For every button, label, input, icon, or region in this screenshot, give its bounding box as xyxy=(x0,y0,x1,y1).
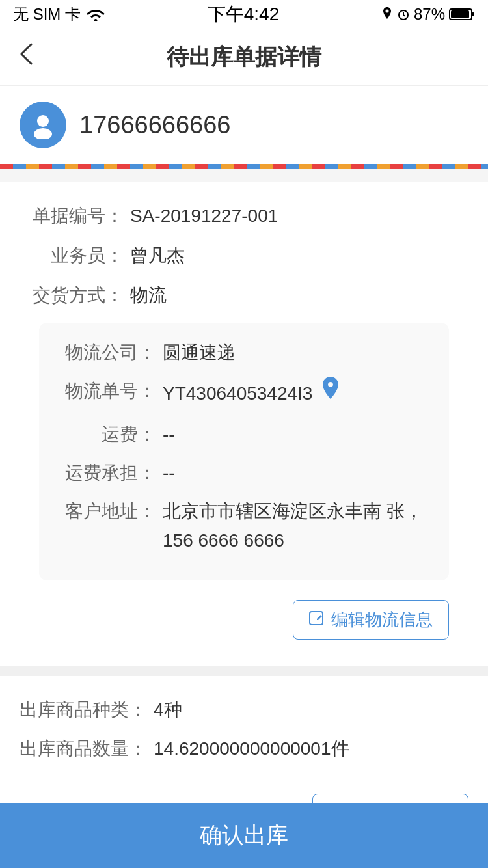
logistics-freight-row: 运费： -- xyxy=(52,420,436,450)
logistics-company-value: 圆通速递 xyxy=(163,338,436,368)
delivery-method-value: 物流 xyxy=(130,281,468,310)
status-bar-right: 87% xyxy=(381,5,475,23)
customer-section: 17666666666 xyxy=(0,86,488,164)
svg-point-6 xyxy=(37,115,49,127)
logistics-tracking-value: YT43064053424I3 xyxy=(163,377,436,411)
logistics-freight-bear-value: -- xyxy=(163,459,436,488)
svg-rect-5 xyxy=(451,10,469,18)
product-quantity-row: 出库商品数量： 14.620000000000001件 xyxy=(20,735,468,764)
status-time: 下午4:42 xyxy=(208,2,280,27)
logistics-freight-bear-row: 运费承担： -- xyxy=(52,459,436,488)
logistics-address-row: 客户地址： 北京市市辖区海淀区永丰南 张，156 6666 6666 xyxy=(52,497,436,556)
order-no-label: 单据编号： xyxy=(20,202,124,231)
edit-logistics-section: 编辑物流信息 xyxy=(20,593,468,653)
product-types-value: 4种 xyxy=(154,696,468,725)
customer-phone: 17666666666 xyxy=(79,111,230,139)
product-quantity-label: 出库商品数量： xyxy=(20,735,147,764)
svg-line-2 xyxy=(403,15,405,16)
sales-person-value: 曾凡杰 xyxy=(130,241,468,271)
back-button[interactable] xyxy=(13,36,39,77)
logistics-freight-value: -- xyxy=(163,420,436,450)
product-types-row: 出库商品种类： 4种 xyxy=(20,696,468,725)
svg-point-7 xyxy=(34,128,52,139)
logistics-tracking-row: 物流单号： YT43064053424I3 xyxy=(52,377,436,411)
product-quantity-value: 14.620000000000001件 xyxy=(154,735,468,764)
sales-person-label: 业务员： xyxy=(20,241,124,271)
logistics-company-label: 物流公司： xyxy=(52,338,156,368)
status-bar-left: 无 SIM 卡 xyxy=(13,4,105,25)
nav-bar: 待出库单据详情 xyxy=(0,29,488,86)
carrier-label: 无 SIM 卡 xyxy=(13,4,81,25)
edit-icon xyxy=(309,611,326,628)
svg-rect-4 xyxy=(472,12,474,16)
status-bar: 无 SIM 卡 下午4:42 87% xyxy=(0,0,488,29)
page-title: 待出库单据详情 xyxy=(167,42,321,72)
product-types-label: 出库商品种类： xyxy=(20,696,147,725)
battery-icon xyxy=(449,8,475,21)
dashed-divider xyxy=(0,164,488,169)
product-section: 出库商品种类： 4种 出库商品数量： 14.620000000000001件 xyxy=(0,676,488,788)
logistics-address-value: 北京市市辖区海淀区永丰南 张，156 6666 6666 xyxy=(163,497,436,556)
separator-1 xyxy=(0,666,488,676)
location-status-icon xyxy=(381,7,393,21)
tracking-location-icon[interactable] xyxy=(320,377,341,411)
alarm-icon xyxy=(397,7,410,21)
logistics-tracking-label: 物流单号： xyxy=(52,377,156,406)
wifi-icon xyxy=(86,7,105,21)
edit-logistics-button[interactable]: 编辑物流信息 xyxy=(293,600,449,640)
confirm-button-wrap: 确认出库 xyxy=(0,803,488,868)
delivery-method-row: 交货方式： 物流 xyxy=(20,281,468,310)
confirm-outbound-button[interactable]: 确认出库 xyxy=(200,821,288,850)
logistics-company-row: 物流公司： 圆通速递 xyxy=(52,338,436,368)
logistics-card: 物流公司： 圆通速递 物流单号： YT43064053424I3 运费： -- … xyxy=(39,323,449,580)
logistics-freight-label: 运费： xyxy=(52,420,156,450)
avatar xyxy=(20,102,66,148)
delivery-method-label: 交货方式： xyxy=(20,281,124,310)
logistics-freight-bear-label: 运费承担： xyxy=(52,459,156,488)
order-info-section: 单据编号： SA-20191227-001 业务员： 曾凡杰 交货方式： 物流 … xyxy=(0,182,488,666)
order-no-value: SA-20191227-001 xyxy=(130,202,468,231)
battery-label: 87% xyxy=(414,5,445,23)
svg-rect-8 xyxy=(310,612,323,625)
sales-person-row: 业务员： 曾凡杰 xyxy=(20,241,468,271)
logistics-address-label: 客户地址： xyxy=(52,497,156,526)
order-no-row: 单据编号： SA-20191227-001 xyxy=(20,202,468,231)
